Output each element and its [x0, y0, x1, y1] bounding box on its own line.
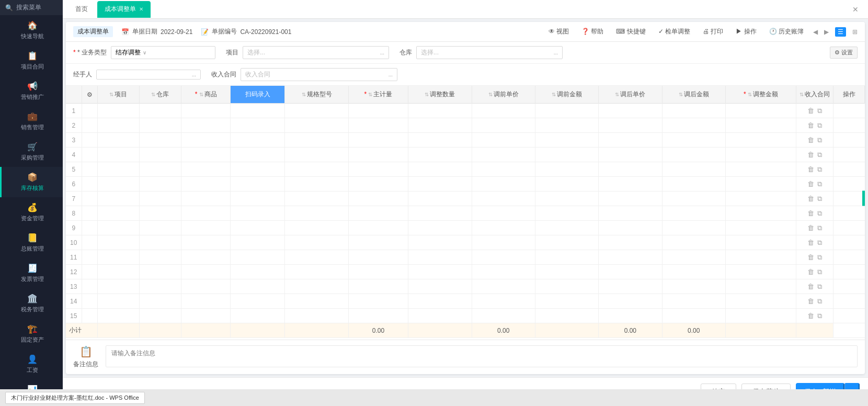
view-btn[interactable]: 👁 视图 [545, 26, 572, 37]
subtotal-adjust-qty-val: 0.00 [348, 323, 408, 338]
subtotal-after-amount-val: 0.00 [599, 323, 662, 338]
sidebar-item-inventory[interactable]: 📦 库存核算 [0, 167, 63, 197]
copy-row-icon[interactable]: ⧉ [817, 224, 822, 232]
sidebar-item-sales-mgmt[interactable]: 💼 销售管理 [0, 106, 63, 137]
project-label: 项目 [226, 48, 238, 57]
row-number: 14 [66, 294, 82, 309]
delete-row-icon[interactable]: 🗑 [807, 224, 814, 232]
row-number: 3 [66, 133, 82, 148]
copy-row-icon[interactable]: ⧉ [817, 165, 822, 174]
sidebar-search[interactable]: 🔍 搜索菜单 [0, 0, 63, 15]
copy-row-icon[interactable]: ⧉ [817, 151, 822, 159]
sidebar-item-project-contract[interactable]: 📋 项目合同 [0, 46, 63, 76]
table-row: 11 🗑 ⧉ [66, 250, 865, 265]
income-contract-ellipsis[interactable]: ... [389, 72, 393, 77]
right-edge-tab[interactable]: ◀ [862, 190, 865, 206]
sidebar-item-sales-promo[interactable]: 📢 营销推广 [0, 76, 63, 106]
sidebar-item-tax-mgmt[interactable]: 🏛️ 税务管理 [0, 288, 63, 319]
income-contract-placeholder: 收入合同 [245, 70, 270, 79]
window-close-button[interactable]: ✕ [848, 3, 863, 16]
delete-row-icon[interactable]: 🗑 [807, 312, 814, 320]
project-ellipsis[interactable]: ... [380, 50, 384, 55]
sidebar-label-fixed-assets: 固定资产 [21, 336, 44, 344]
tab-home[interactable]: 首页 [68, 1, 95, 18]
view-list-btn[interactable]: ☰ [835, 27, 846, 37]
delete-row-icon[interactable]: 🗑 [807, 165, 814, 174]
copy-row-icon[interactable]: ⧉ [817, 283, 822, 291]
copy-row-icon[interactable]: ⧉ [817, 121, 822, 130]
sidebar-item-quick-nav[interactable]: 🏠 快速导航 [0, 15, 63, 46]
delete-row-icon[interactable]: 🗑 [807, 107, 814, 115]
print-btn[interactable]: 🖨 打印 [700, 26, 726, 37]
handler-ellipsis[interactable]: ... [192, 72, 196, 77]
sidebar-item-general-ledger[interactable]: 📒 总账管理 [0, 228, 63, 258]
table-wrapper: ⚙ ⇅项目 ⇅仓库 ⇅商品 扫码录入 [66, 86, 865, 340]
income-contract-select[interactable]: 收入合同 ... [241, 68, 397, 81]
copy-row-icon[interactable]: ⧉ [817, 180, 822, 188]
view-split-btn[interactable]: ⊞ [852, 28, 858, 36]
copy-row-icon[interactable]: ⧉ [817, 297, 822, 306]
delete-row-icon[interactable]: 🗑 [807, 297, 814, 306]
form-row-2: 经手人 ... 收入合同 收入合同 ... [66, 64, 865, 86]
row-number: 12 [66, 265, 82, 279]
taskbar-wps-item[interactable]: 木门行业好业财处理方案-墨红红.doc - WPS Office [5, 392, 145, 404]
check-adjust-btn[interactable]: ✓ 检单调整 [655, 26, 693, 37]
copy-row-icon[interactable]: ⧉ [817, 209, 822, 218]
sidebar-item-fixed-assets[interactable]: 🏗️ 固定资产 [0, 319, 63, 349]
copy-row-icon[interactable]: ⧉ [817, 107, 822, 115]
delete-row-icon[interactable]: 🗑 [807, 136, 814, 144]
sidebar-icon-payroll: 👤 [27, 354, 38, 364]
delete-row-icon[interactable]: 🗑 [807, 268, 814, 276]
delete-row-icon[interactable]: 🗑 [807, 121, 814, 130]
th-settings[interactable]: ⚙ [82, 86, 97, 104]
delete-row-icon[interactable]: 🗑 [807, 283, 814, 291]
delete-row-icon[interactable]: 🗑 [807, 239, 814, 247]
history-btn[interactable]: 🕐 历史账簿 [766, 26, 807, 37]
business-type-field: * 业务类型 结存调整 ∨ [73, 46, 215, 59]
notes-input[interactable] [106, 345, 858, 367]
sidebar-item-payroll[interactable]: 👤 工资 [0, 349, 63, 379]
warehouse-placeholder: 选择... [421, 48, 439, 57]
copy-row-icon[interactable]: ⧉ [817, 268, 822, 276]
tab-cost-adjust-label: 成本调整单 [105, 5, 136, 14]
table-row: 12 🗑 ⧉ [66, 265, 865, 279]
copy-row-icon[interactable]: ⧉ [817, 312, 822, 320]
copy-row-icon[interactable]: ⧉ [817, 253, 822, 262]
tab-close-icon[interactable]: ✕ [139, 6, 143, 12]
table-row: 7 🗑 ⧉ [66, 191, 865, 206]
tab-bar: 首页 成本调整单 ✕ ✕ [63, 0, 868, 19]
shortcut-btn[interactable]: ⌨ 快捷键 [613, 26, 648, 37]
chevron-down-icon: ∨ [143, 50, 146, 55]
sidebar-label-payroll: 工资 [27, 366, 38, 374]
delete-row-icon[interactable]: 🗑 [807, 180, 814, 188]
delete-row-icon[interactable]: 🗑 [807, 253, 814, 262]
sidebar-item-purchase-mgmt[interactable]: 🛒 采购管理 [0, 137, 63, 167]
delete-row-icon[interactable]: 🗑 [807, 195, 814, 203]
delete-row-icon[interactable]: 🗑 [807, 209, 814, 218]
help-btn[interactable]: ❓ 帮助 [578, 26, 607, 37]
business-type-label: * 业务类型 [73, 48, 107, 57]
nav-next-btn[interactable]: ▶ [824, 28, 829, 36]
project-select[interactable]: 选择... ... [243, 46, 389, 59]
business-type-select[interactable]: 结存调整 ∨ [111, 46, 215, 59]
delete-row-icon[interactable]: 🗑 [807, 151, 814, 159]
nav-prev-btn[interactable]: ◀ [813, 28, 818, 36]
copy-row-icon[interactable]: ⧉ [817, 136, 822, 144]
sidebar-icon-invoice-mgmt: 🧾 [27, 263, 38, 273]
copy-row-icon[interactable]: ⧉ [817, 195, 822, 203]
sidebar-item-invoice-mgmt[interactable]: 🧾 发票管理 [0, 258, 63, 288]
sidebar-search-label: 搜索菜单 [16, 3, 41, 12]
settings-button[interactable]: ⚙ 设置 [830, 47, 858, 59]
warehouse-ellipsis[interactable]: ... [554, 50, 558, 55]
th-scan-input[interactable]: 扫码录入 [231, 86, 285, 104]
sidebar-icon-tax-mgmt: 🏛️ [27, 294, 38, 303]
operate-btn[interactable]: ▶ 操作 [733, 26, 759, 37]
sidebar-label-sales-mgmt: 销售管理 [21, 123, 44, 131]
sidebar-item-capital-mgmt[interactable]: 💰 资金管理 [0, 197, 63, 228]
warehouse-select[interactable]: 选择... ... [416, 46, 563, 59]
tab-cost-adjust[interactable]: 成本调整单 ✕ [97, 1, 151, 18]
copy-row-icon[interactable]: ⧉ [817, 239, 822, 247]
handler-select[interactable]: ... [96, 70, 201, 80]
subtotal-num: 小计 [66, 323, 97, 338]
table-row: 13 🗑 ⧉ [66, 279, 865, 294]
